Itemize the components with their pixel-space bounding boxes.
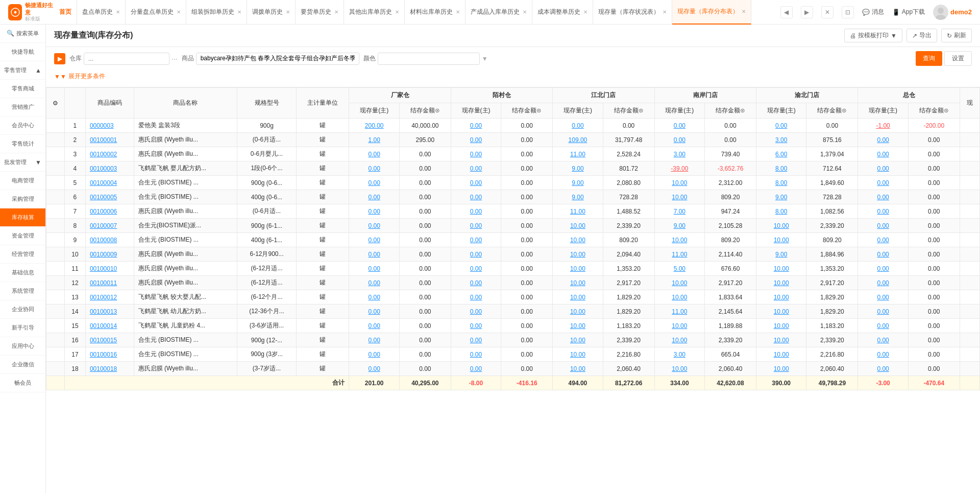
tab-10[interactable]: 现存量（库存状况表） ✕	[593, 0, 672, 25]
row-c3-amt: 0.00	[603, 119, 654, 133]
sidebar-item-purchase[interactable]: 采购管理	[0, 190, 45, 208]
tab-2[interactable]: 分量盘点单历史 ✕	[126, 0, 186, 25]
sum-c5-amt: 49,798.29	[806, 376, 858, 390]
sidebar-item-wechat[interactable]: 企业微信	[0, 356, 45, 374]
sidebar-item-search[interactable]: 🔍 搜索英单	[0, 25, 45, 43]
row-icon	[46, 204, 65, 219]
sidebar-item-retail-mgmt[interactable]: 零售管理 ▲	[0, 61, 45, 80]
row-seq: 16	[65, 333, 86, 347]
close-icon[interactable]: ✕	[583, 9, 587, 15]
print-btn[interactable]: 🖨 按模板打印 ▼	[844, 29, 902, 42]
row-name: 惠氏启膜 (Wyeth illu...	[134, 362, 237, 376]
tab-expand-btn[interactable]: ⊡	[842, 6, 854, 18]
close-icon[interactable]: ✕	[663, 9, 667, 15]
warehouse-dots[interactable]: ···	[172, 55, 178, 63]
row-c3-qty: 11.00	[553, 147, 603, 161]
sidebar-item-quicknav[interactable]: 快捷导航	[0, 43, 45, 61]
tab-5[interactable]: 要货单历史 ✕	[296, 0, 344, 25]
row-c1-amt: 0.00	[399, 176, 451, 190]
sidebar-item-system[interactable]: 系统管理	[0, 282, 45, 300]
tab-home[interactable]: 首页	[54, 0, 77, 25]
export-btn[interactable]: ↗ 导出	[906, 29, 937, 42]
row-icon	[46, 219, 65, 233]
sidebar-retail-stats-label: 零售统计	[12, 140, 34, 147]
logo-icon	[8, 4, 22, 20]
row-c5-amt: 1,829.20	[806, 304, 858, 319]
sidebar-item-marketing[interactable]: 营销推广	[0, 98, 45, 116]
sidebar-item-inventory[interactable]: 库存核算	[0, 208, 45, 227]
row-c5-qty: 6.00	[756, 147, 806, 161]
close-icon[interactable]: ✕	[334, 9, 338, 15]
expand-more-btn[interactable]: ▼▼ 展开更多条件	[54, 70, 972, 83]
col-settings-icon[interactable]: ⚙	[46, 88, 65, 119]
sidebar-item-retail-mall[interactable]: 零售商城	[0, 80, 45, 98]
close-icon[interactable]: ✕	[456, 9, 460, 15]
tab-11[interactable]: 现存量（库存分布表） ✕	[672, 0, 751, 25]
user-area[interactable]: demo2	[933, 5, 972, 20]
table-row: 8 00100007 合生元(BIOSTIME)派... 900g (6-1..…	[46, 219, 980, 233]
col-spec-header: 规格型号	[237, 88, 296, 119]
sidebar-item-member2[interactable]: 畅会员	[0, 374, 45, 392]
row-c1-amt: 0.00	[399, 319, 451, 333]
goods-input[interactable]	[196, 53, 359, 65]
row-icon	[46, 147, 65, 161]
tab-close-all-btn[interactable]: ✕	[821, 6, 834, 18]
col-c2-amt: 结存金额⊙	[501, 103, 553, 119]
sidebar-item-basics[interactable]: 基础信息	[0, 264, 45, 282]
color-input[interactable]	[378, 53, 480, 65]
filter-action-btns: 查询 设置	[916, 51, 972, 66]
close-icon[interactable]: ✕	[742, 9, 746, 14]
query-btn[interactable]: 查询	[916, 51, 942, 66]
row-c5-amt: 1,829.20	[806, 290, 858, 304]
col-c5-amt: 结存金额⊙	[806, 103, 858, 119]
tab-prev-btn[interactable]: ◀	[780, 6, 793, 18]
row-c2-amt: 0.00	[501, 362, 553, 376]
tab-1[interactable]: 盘点单历史 ✕	[77, 0, 126, 25]
setting-btn[interactable]: 设置	[944, 51, 972, 66]
tab-6[interactable]: 其他出库单历史 ✕	[344, 0, 405, 25]
close-icon[interactable]: ✕	[116, 9, 120, 15]
col-c4-amt: 结存金额⊙	[704, 103, 756, 119]
sidebar-item-appcenter[interactable]: 应用中心	[0, 337, 45, 356]
refresh-btn[interactable]: ↻ 刷新	[941, 29, 972, 42]
sidebar-item-collab[interactable]: 企业协同	[0, 300, 45, 319]
tab-next-btn[interactable]: ▶	[801, 6, 813, 18]
sidebar-item-finance[interactable]: 资金管理	[0, 227, 45, 245]
close-icon[interactable]: ✕	[177, 9, 181, 15]
row-name: 惠氏启膜 (Wyeth illu...	[134, 147, 237, 161]
row-c5-qty: 8.00	[756, 204, 806, 219]
tab-7[interactable]: 材料出库单历史 ✕	[405, 0, 465, 25]
sum-c3-amt: 81,272.06	[603, 376, 654, 390]
row-c5-amt: 809.20	[806, 233, 858, 247]
sidebar-item-retail-stats[interactable]: 零售统计	[0, 135, 45, 153]
sidebar-item-guide[interactable]: 新手引导	[0, 319, 45, 337]
row-name: 飞鹤星飞帆 较大婴儿配...	[134, 290, 237, 304]
row-c4-qty: 5.00	[654, 262, 704, 276]
row-c4-qty: 10.00	[654, 319, 704, 333]
close-icon[interactable]: ✕	[523, 9, 527, 15]
row-unit: 罐	[296, 247, 349, 262]
message-btn[interactable]: 💬 消息	[862, 8, 884, 16]
sidebar-item-wholesale[interactable]: 批发管理 ▼	[0, 153, 45, 172]
sidebar-item-ops[interactable]: 经营管理	[0, 245, 45, 264]
tab-3[interactable]: 组装拆卸单历史 ✕	[186, 0, 247, 25]
tab-4[interactable]: 调拨单历史 ✕	[247, 0, 296, 25]
close-icon[interactable]: ✕	[395, 9, 399, 15]
warehouse-input[interactable]	[84, 53, 169, 65]
col-total-qty: 现存量(主)	[858, 103, 908, 119]
filter-expand-btn[interactable]: ▶	[54, 53, 65, 64]
tab-8[interactable]: 产成品入库单历史 ✕	[465, 0, 532, 25]
color-dropdown-icon[interactable]: ▼	[482, 55, 488, 62]
app-download-btn[interactable]: 📱 App下载	[892, 8, 925, 16]
close-icon[interactable]: ✕	[237, 9, 241, 15]
row-name: 飞鹤星飞帆 儿童奶粉 4...	[134, 319, 237, 333]
close-icon[interactable]: ✕	[286, 9, 290, 15]
row-spec: (3-7岁适...	[237, 362, 296, 376]
sidebar-item-member[interactable]: 会员中心	[0, 116, 45, 135]
sidebar-item-ecommerce[interactable]: 电商管理	[0, 172, 45, 190]
tab-9[interactable]: 成本调整单历史 ✕	[532, 0, 593, 25]
row-c4-qty: 3.00	[654, 347, 704, 362]
row-c4-qty: 10.00	[654, 190, 704, 204]
row-total-amt: -200.00	[908, 119, 960, 133]
row-c3-amt: 2,094.40	[603, 247, 654, 262]
